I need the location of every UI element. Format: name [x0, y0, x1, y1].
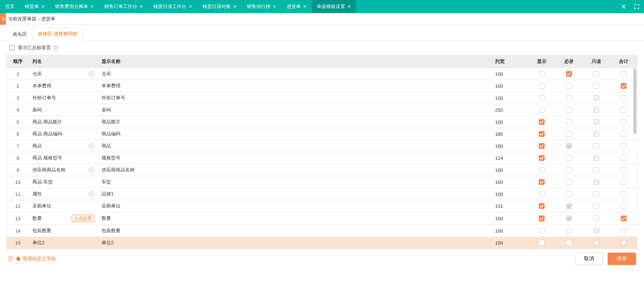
fullscreen-icon[interactable] — [632, 2, 641, 11]
show-summary-tab-checkbox[interactable] — [9, 45, 15, 50]
top-tab[interactable]: 销售排行榜✕ — [242, 0, 281, 13]
checkbox[interactable] — [539, 228, 545, 234]
checkbox[interactable] — [593, 167, 599, 173]
checkbox[interactable] — [566, 83, 572, 89]
cell-width[interactable]: 100 — [491, 92, 528, 104]
checkbox[interactable] — [539, 95, 545, 101]
checkbox[interactable] — [539, 143, 545, 149]
cell-width[interactable]: 100 — [491, 188, 528, 200]
formula-setting-tag[interactable]: 公式设置 — [72, 215, 94, 222]
cell-width[interactable]: 100 — [491, 212, 528, 225]
plus-icon[interactable]: + — [88, 143, 94, 149]
cell-display-name[interactable]: 规格型号 — [98, 152, 491, 164]
cell-width[interactable]: 165 — [491, 128, 528, 140]
scrollbar[interactable] — [633, 68, 636, 248]
checkbox[interactable] — [539, 167, 545, 173]
checkbox[interactable] — [566, 71, 572, 77]
plus-icon[interactable]: + — [88, 167, 94, 173]
cell-width[interactable]: 100 — [491, 80, 528, 92]
table-row[interactable]: 4条码条码250 — [7, 104, 637, 116]
checkbox[interactable] — [621, 215, 627, 221]
checkbox[interactable] — [621, 179, 627, 185]
checkbox[interactable] — [539, 203, 545, 209]
checkbox[interactable] — [593, 215, 599, 221]
checkbox[interactable] — [566, 228, 572, 234]
top-tab[interactable]: 销售订单工作台✕ — [99, 0, 148, 13]
table-row[interactable]: 9供应商商品名称+供应商商品名称160 — [7, 164, 637, 176]
table-row[interactable]: 2本单费用本单费用100 — [7, 80, 637, 92]
plus-icon[interactable]: + — [88, 191, 94, 197]
checkbox[interactable] — [621, 191, 627, 197]
checkbox[interactable] — [621, 131, 627, 137]
checkbox[interactable] — [566, 131, 572, 137]
checkbox[interactable] — [539, 119, 545, 125]
checkbox[interactable] — [621, 143, 627, 149]
sub-tab[interactable]: 表体区-进货单明细 — [32, 27, 83, 40]
top-tab[interactable]: 首页 — [0, 0, 20, 13]
top-tab[interactable]: 单据模板设置✕ — [312, 0, 356, 13]
checkbox[interactable] — [539, 155, 545, 161]
checkbox[interactable] — [539, 83, 545, 89]
cell-width[interactable]: 100 — [491, 176, 528, 188]
checkbox[interactable] — [621, 107, 627, 113]
checkbox[interactable] — [539, 215, 545, 221]
cell-display-name[interactable]: 商品图片 — [98, 116, 491, 128]
table-row[interactable]: 1仓库+仓库100 — [7, 68, 637, 80]
close-icon[interactable]: ✕ — [139, 4, 143, 9]
cell-display-name[interactable]: 仓库 — [98, 68, 491, 80]
close-icon[interactable]: ✕ — [233, 4, 237, 9]
checkbox[interactable] — [539, 131, 545, 137]
cell-width[interactable]: 100 — [491, 116, 528, 128]
close-icon[interactable]: ✕ — [90, 4, 94, 9]
cell-width[interactable]: 160 — [491, 140, 528, 152]
checkbox[interactable] — [621, 119, 627, 125]
cell-width[interactable]: 100 — [491, 225, 528, 237]
close-all-icon[interactable] — [619, 2, 628, 11]
close-icon[interactable]: ✕ — [41, 4, 45, 9]
cell-width[interactable]: 160 — [491, 164, 528, 176]
checkbox[interactable] — [539, 191, 545, 197]
checkbox[interactable] — [566, 119, 572, 125]
help-icon[interactable]: ? — [8, 256, 13, 261]
manage-custom-fields-link[interactable]: 管理自定义字段 — [23, 256, 56, 262]
close-icon[interactable]: ✕ — [347, 4, 351, 9]
cell-display-name[interactable]: 本单费用 — [98, 80, 491, 92]
cell-display-name[interactable]: 外部订单号 — [98, 92, 491, 104]
close-icon[interactable]: ✕ — [189, 4, 192, 9]
checkbox[interactable] — [566, 107, 572, 113]
checkbox[interactable] — [621, 167, 627, 173]
table-row[interactable]: 12采购单位采购单位131 — [7, 200, 637, 212]
table-row[interactable]: 6商品.商品编码商品编码165 — [7, 128, 637, 140]
checkbox[interactable] — [621, 83, 627, 89]
checkbox[interactable] — [593, 191, 599, 197]
cell-width[interactable]: 250 — [491, 104, 528, 116]
checkbox[interactable] — [593, 203, 599, 209]
cell-display-name[interactable]: 商品编码 — [98, 128, 491, 140]
checkbox[interactable] — [539, 240, 545, 246]
cell-display-name[interactable]: 车型 — [98, 176, 491, 188]
checkbox[interactable] — [566, 191, 572, 197]
checkbox[interactable] — [566, 240, 572, 246]
top-tab[interactable]: 钱货日清工作台✕ — [148, 0, 197, 13]
cell-display-name[interactable]: 条码 — [98, 104, 491, 116]
table-row[interactable]: 3外部订单号外部订单号100 — [7, 92, 637, 104]
checkbox[interactable] — [566, 179, 572, 185]
checkbox[interactable] — [621, 203, 627, 209]
checkbox[interactable] — [539, 179, 545, 185]
expand-handle-icon[interactable] — [0, 13, 6, 25]
checkbox[interactable] — [621, 71, 627, 77]
top-tab[interactable]: 销售费用分摊单✕ — [50, 0, 99, 13]
cancel-button[interactable]: 取消 — [575, 253, 603, 265]
save-button[interactable]: 保存 — [608, 253, 636, 265]
cell-width[interactable]: 100 — [491, 237, 528, 249]
checkbox[interactable] — [621, 228, 627, 234]
checkbox[interactable] — [621, 155, 627, 161]
cell-display-name[interactable]: 数量 — [98, 212, 491, 225]
cell-display-name[interactable]: 单位2 — [98, 237, 491, 249]
checkbox[interactable] — [539, 107, 545, 113]
checkbox[interactable] — [539, 71, 545, 77]
top-tab[interactable]: 销货单✕ — [20, 0, 50, 13]
table-row[interactable]: 11属性+品牌1100 — [7, 188, 637, 200]
checkbox[interactable] — [566, 95, 572, 101]
checkbox[interactable] — [593, 71, 599, 77]
